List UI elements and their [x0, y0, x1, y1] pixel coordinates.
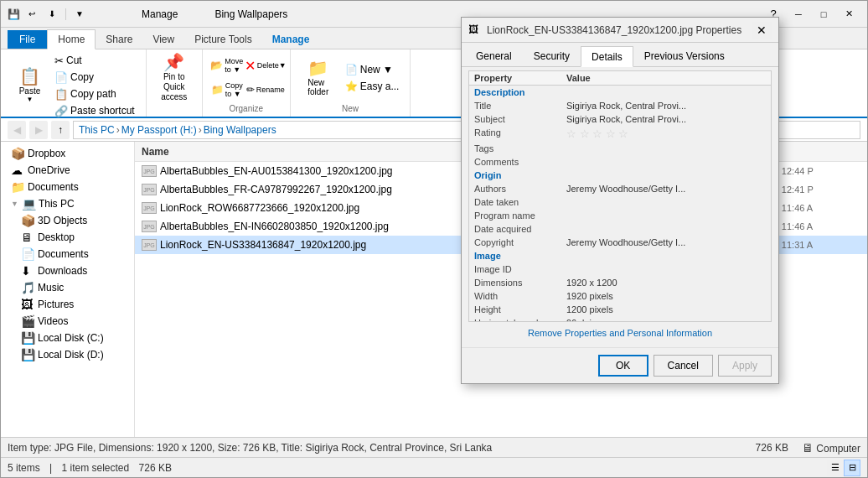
sidebar-label-documents-top: Documents	[28, 181, 79, 193]
prop-row-title: Title Sigiriya Rock, Central Provi...	[469, 99, 771, 112]
rating-stars[interactable]: ☆ ☆ ☆ ☆ ☆	[566, 127, 628, 140]
prop-label-copyright: Copyright	[469, 236, 561, 249]
copy-button[interactable]: 📄 Copy	[50, 70, 139, 85]
breadcrumb-mypassport[interactable]: My Passport (H:)	[121, 124, 197, 136]
move-to-button[interactable]: 📂 Moveto ▼	[209, 54, 245, 77]
delete-rename-group: ✕ Delete▼ ✏ Rename	[248, 54, 283, 101]
sidebar-item-3d[interactable]: 📦 3D Objects	[1, 212, 134, 229]
dialog-buttons: OK Cancel Apply	[462, 347, 778, 383]
prop-value-height: 1200 pixels	[561, 303, 771, 316]
section-origin: Origin	[469, 169, 771, 182]
tab-view[interactable]: View	[142, 30, 184, 49]
forward-button[interactable]: ▶	[29, 121, 48, 139]
rename-button[interactable]: ✏ Rename	[248, 78, 283, 101]
minimize-button[interactable]: ─	[787, 5, 810, 23]
props-scroll[interactable]: Property Value Description Title Sigiriy…	[468, 70, 772, 322]
sidebar-item-onedrive[interactable]: ☁ OneDrive	[1, 162, 134, 179]
dialog-close-button[interactable]: ✕	[752, 22, 772, 39]
prop-value-width: 1920 pixels	[561, 289, 771, 303]
section-image: Image	[469, 249, 771, 262]
ok-button[interactable]: OK	[598, 355, 648, 377]
remove-properties-link[interactable]: Remove Properties and Personal Informati…	[528, 328, 712, 338]
maximize-button[interactable]: □	[812, 5, 835, 23]
cancel-button[interactable]: Cancel	[654, 355, 713, 377]
sidebar-item-documents[interactable]: 📄 Documents	[1, 246, 134, 262]
properties-dialog[interactable]: 🖼 LionRock_EN-US3384136847_1920x1200.jpg…	[461, 17, 779, 384]
sidebar-label-locald: Local Disk (D:)	[38, 349, 104, 361]
paste-icon: 📋	[19, 68, 40, 85]
list-view-button[interactable]: ⊟	[844, 460, 860, 476]
tab-file[interactable]: File	[8, 30, 47, 49]
copy-path-icon: 📋	[54, 88, 68, 101]
sidebar-item-music[interactable]: 🎵 Music	[1, 279, 134, 296]
locald-icon: 💾	[21, 348, 34, 361]
clipboard-buttons: 📋 Paste ▼ ✂ Cut 📄 Copy 📋 Copy pa	[11, 53, 139, 118]
prop-label-date-taken: Date taken	[469, 195, 561, 209]
prop-row-copyright: Copyright Jeremy Woodhouse/Getty I...	[469, 236, 771, 249]
tab-picture-tools[interactable]: Picture Tools	[184, 30, 261, 49]
new-item-icon: 📄	[345, 64, 358, 75]
ribbon-group-pin: 📌 Pin to Quickaccess x	[147, 49, 203, 117]
sidebar-item-thispc[interactable]: ▼ 💻 This PC	[1, 195, 134, 212]
pin-buttons: 📌 Pin to Quickaccess	[153, 53, 195, 102]
sidebar-item-videos[interactable]: 🎬 Videos	[1, 313, 134, 330]
pin-button[interactable]: 📌 Pin to Quickaccess	[153, 54, 195, 102]
tab-details[interactable]: Details	[581, 46, 633, 67]
prop-value-date-taken	[561, 195, 771, 209]
copy-path-button[interactable]: 📋 Copy path	[50, 86, 139, 101]
sidebar-item-locald[interactable]: 💾 Local Disk (D:)	[1, 346, 134, 363]
tab-share[interactable]: Share	[96, 30, 142, 49]
close-button[interactable]: ✕	[837, 5, 860, 23]
sidebar-item-pictures[interactable]: 🖼 Pictures	[1, 296, 134, 313]
file-thumb-4: JPG	[142, 221, 157, 232]
new-folder-button[interactable]: 📁 Newfolder	[297, 54, 339, 102]
sidebar-label-videos: Videos	[38, 315, 68, 327]
new-folder-label: Newfolder	[307, 78, 328, 96]
breadcrumb-bingwallpapers[interactable]: Bing Wallpapers	[204, 124, 276, 136]
tab-security[interactable]: Security	[523, 46, 581, 66]
delete-button[interactable]: ✕ Delete▼	[248, 54, 283, 77]
sidebar-item-documents-top[interactable]: 📁 Documents	[1, 179, 134, 195]
delete-icon: ✕	[245, 58, 256, 74]
delete-label: Delete▼	[257, 61, 287, 70]
tab-manage[interactable]: Manage	[262, 30, 320, 49]
prop-value-copyright: Jeremy Woodhouse/Getty I...	[561, 236, 771, 249]
title-bar-left: 💾 ↩ ⬇ ▼ Manage Bing Wallpapers	[8, 7, 287, 22]
cut-button[interactable]: ✂ Cut	[50, 53, 139, 68]
prop-row-hresolution: Horizontal resol... 96 dpi	[469, 316, 771, 322]
copy-to-button[interactable]: 📁 Copyto ▼	[209, 78, 245, 101]
rename-label: Rename	[256, 86, 285, 94]
sidebar-item-downloads[interactable]: ⬇ Downloads	[1, 262, 134, 279]
undo-button[interactable]: ↩	[23, 7, 40, 22]
apply-button[interactable]: Apply	[718, 355, 772, 377]
sidebar: 📦 Dropbox ☁ OneDrive 📁 Documents ▼ 💻 Thi…	[1, 142, 135, 437]
dialog-icon: 🖼	[468, 23, 482, 37]
prop-value-title: Sigiriya Rock, Central Provi...	[561, 99, 771, 112]
breadcrumb-thispc[interactable]: This PC	[79, 124, 115, 136]
paste-shortcut-button[interactable]: 🔗 Paste shortcut	[50, 103, 139, 118]
sidebar-label-pictures: Pictures	[38, 299, 74, 310]
localc-icon: 💾	[21, 331, 34, 345]
organize-label: Organize	[229, 104, 263, 113]
back-button[interactable]: ◀	[8, 121, 26, 139]
tab-home[interactable]: Home	[47, 29, 96, 49]
new-item-button[interactable]: 📄 New ▼	[341, 62, 404, 77]
sidebar-item-localc[interactable]: 💾 Local Disk (C:)	[1, 330, 134, 346]
details-view-button[interactable]: ☰	[827, 460, 844, 476]
down-button[interactable]: ⬇	[44, 7, 60, 22]
up-button[interactable]: ↑	[51, 121, 70, 139]
ribbon-group-new: 📁 Newfolder 📄 New ▼ ⭐ Easy a... New	[291, 49, 411, 117]
pictures-icon: 🖼	[21, 298, 34, 311]
dialog-title: LionRock_EN-US3384136847_1920x1200.jpg P…	[487, 24, 752, 36]
easy-access-button[interactable]: ⭐ Easy a...	[341, 79, 404, 94]
prop-label-dimensions: Dimensions	[469, 276, 561, 289]
prop-label-comments: Comments	[469, 155, 561, 169]
sidebar-item-dropbox[interactable]: 📦 Dropbox	[1, 145, 134, 162]
tab-previous-versions[interactable]: Previous Versions	[633, 46, 736, 66]
dropdown-button[interactable]: ▼	[71, 7, 88, 22]
tab-general[interactable]: General	[465, 46, 523, 66]
selected-count: 1 item selected	[62, 462, 130, 474]
copy-to-label: Copyto ▼	[225, 81, 243, 98]
sidebar-item-desktop[interactable]: 🖥 Desktop	[1, 229, 134, 246]
paste-button[interactable]: 📋 Paste ▼	[11, 61, 49, 110]
